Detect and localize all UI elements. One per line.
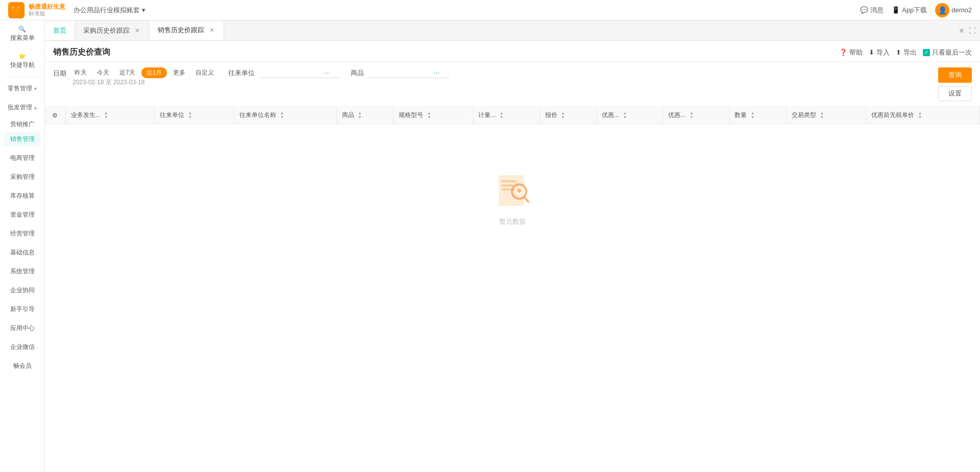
sidebar-item-basic-info[interactable]: 基础信息 xyxy=(0,243,44,262)
th-quantity-label: 数量 xyxy=(734,111,747,119)
app-selector[interactable]: 办公用品行业模拟账套 ▾ xyxy=(69,4,150,17)
tab-purchase-history[interactable]: 采购历史价跟踪 ✕ xyxy=(75,21,150,40)
tab-maximize-icon[interactable]: ⛶ xyxy=(969,27,976,35)
settings-gear-icon[interactable]: ⚙ xyxy=(52,112,58,119)
sidebar-item-operations[interactable]: 经营管理 xyxy=(0,224,44,243)
goods-input-field[interactable] xyxy=(370,69,431,77)
sidebar-item-system-mgmt[interactable]: 系统管理 xyxy=(0,262,44,281)
checkbox-checked-icon: ✓ xyxy=(923,49,930,56)
partner-input[interactable]: ··· xyxy=(259,67,340,78)
tab-sales-history[interactable]: 销售历史价跟踪 ✕ xyxy=(150,21,224,40)
th-biz-date[interactable]: 业务发生... ▲▼ xyxy=(65,107,155,124)
sidebar-label-wholesale-mgmt: 批发管理 xyxy=(8,103,32,112)
tab-sales-history-close[interactable]: ✕ xyxy=(208,26,215,35)
user-profile[interactable]: 👤 demo2 xyxy=(935,3,972,17)
top-bar-right: 💬 消息 📱 App下载 👤 demo2 xyxy=(860,3,972,17)
main-layout: 🔍 搜索菜单 ⭐ 快捷导航 零售管理 ▾ 批发管理 ▴ 营销推广 销售管理 电商… xyxy=(0,20,980,472)
th-pretax-price[interactable]: 优惠前无税单价 ▲▼ xyxy=(866,107,980,124)
partner-filter-group: 往来单位 ··· xyxy=(228,67,340,78)
date-btn-today[interactable]: 今天 xyxy=(93,67,113,78)
page-header-actions: ❓ 帮助 ⬇ 导入 ⬆ 导出 ✓ 只看最后一次 xyxy=(839,48,972,57)
tab-purchase-history-close[interactable]: ✕ xyxy=(134,26,141,35)
page-content: 销售历史价查询 ❓ 帮助 ⬇ 导入 ⬆ 导出 ✓ xyxy=(45,41,980,472)
goods-dots-button[interactable]: ··· xyxy=(433,68,439,77)
date-btn-7days[interactable]: 近7天 xyxy=(115,67,139,78)
import-label: 导入 xyxy=(876,48,890,57)
tab-home[interactable]: 首页 xyxy=(45,21,75,40)
sidebar-item-member[interactable]: 畅会员 xyxy=(0,357,44,375)
sidebar-label-finance: 资金管理 xyxy=(10,210,35,219)
sidebar-item-enterprise-wechat[interactable]: 企业微信 xyxy=(0,338,44,357)
sort-icon-goods: ▲▼ xyxy=(358,111,362,120)
th-spec[interactable]: 规格型号 ▲▼ xyxy=(394,107,473,124)
sort-icon-quote: ▲▼ xyxy=(561,111,565,120)
sidebar-label-ecommerce: 电商管理 xyxy=(10,154,35,162)
sidebar-item-beginner-guide[interactable]: 新手引导 xyxy=(0,300,44,319)
partner-label: 往来单位 xyxy=(228,68,255,78)
date-btn-more[interactable]: 更多 xyxy=(169,67,189,78)
th-unit-label: 计量... xyxy=(478,111,496,119)
sidebar-item-marketing[interactable]: 营销推广 xyxy=(4,117,40,132)
table-header: ⚙ 业务发生... ▲▼ 往来单位 ▲▼ 往来单位名称 xyxy=(45,107,980,124)
goods-input[interactable]: ··· xyxy=(368,67,450,78)
date-btn-custom[interactable]: 自定义 xyxy=(191,67,218,78)
sidebar-item-inventory[interactable]: 库存核算 xyxy=(0,186,44,205)
sidebar-label-retail-mgmt: 零售管理 xyxy=(8,84,32,93)
th-discount1[interactable]: 优惠... ▲▼ xyxy=(597,107,663,124)
date-btn-yesterday[interactable]: 昨天 xyxy=(70,67,91,78)
sort-icon-unit: ▲▼ xyxy=(500,111,504,120)
wholesale-sub-section: 营销推广 销售管理 xyxy=(0,117,44,149)
tab-purchase-history-label: 采购历史价跟踪 xyxy=(83,26,130,35)
th-trade-type[interactable]: 交易类型 ▲▼ xyxy=(787,107,866,124)
th-partner-name[interactable]: 往来单位名称 ▲▼ xyxy=(234,107,337,124)
avatar: 👤 xyxy=(935,3,949,17)
sidebar-item-retail-mgmt[interactable]: 零售管理 ▾ xyxy=(0,79,44,98)
th-pretax-price-label: 优惠前无税单价 xyxy=(871,111,914,119)
date-btn-1month[interactable]: 近1月 xyxy=(141,67,167,78)
page-header: 销售历史价查询 ❓ 帮助 ⬇ 导入 ⬆ 导出 ✓ xyxy=(45,41,980,62)
th-quote[interactable]: 报价 ▲▼ xyxy=(540,107,597,124)
query-button[interactable]: 查询 xyxy=(938,67,972,83)
sidebar-label-beginner-guide: 新手引导 xyxy=(10,305,35,314)
sidebar-item-quick-nav[interactable]: ⭐ 快捷导航 xyxy=(0,48,44,75)
chat-button[interactable]: 💬 消息 xyxy=(860,6,884,15)
settings-button[interactable]: 设置 xyxy=(938,86,972,101)
sidebar-label-purchase-mgmt: 采购管理 xyxy=(10,173,35,181)
help-icon: ❓ xyxy=(839,49,847,56)
help-button[interactable]: ❓ 帮助 xyxy=(839,48,863,57)
th-discount2[interactable]: 优惠... ▲▼ xyxy=(663,107,729,124)
tab-close-all-icon[interactable]: ✕ xyxy=(959,27,965,35)
export-label: 导出 xyxy=(903,48,917,57)
sidebar-label-member: 畅会员 xyxy=(13,362,32,370)
sidebar-label-app-center: 应用中心 xyxy=(10,324,35,333)
th-goods[interactable]: 商品 ▲▼ xyxy=(336,107,394,124)
th-unit[interactable]: 计量... ▲▼ xyxy=(473,107,540,124)
sidebar-divider-1 xyxy=(4,77,40,77)
tab-bar: 首页 采购历史价跟踪 ✕ 销售历史价跟踪 ✕ ✕ ⛶ xyxy=(45,20,980,41)
th-partner-code[interactable]: 往来单位 ▲▼ xyxy=(155,107,234,124)
user-name: demo2 xyxy=(951,6,972,14)
sidebar-item-enterprise-collab[interactable]: 企业协同 xyxy=(0,281,44,300)
sidebar-item-search-menu[interactable]: 🔍 搜索菜单 xyxy=(0,20,44,48)
partner-input-field[interactable] xyxy=(261,69,322,77)
sidebar-item-sales-mgmt[interactable]: 销售管理 xyxy=(4,132,40,147)
sidebar-item-ecommerce[interactable]: 电商管理 xyxy=(0,149,44,168)
sidebar-label-enterprise-collab: 企业协同 xyxy=(10,286,35,295)
date-options-col: 昨天 今天 近7天 近1月 更多 自定义 2023-02-18 至 2023-0… xyxy=(70,67,218,87)
th-spec-label: 规格型号 xyxy=(399,111,423,119)
sidebar-label-search-menu: 搜索菜单 xyxy=(10,34,35,42)
partner-dots-button[interactable]: ··· xyxy=(324,68,330,77)
sidebar-item-app-center[interactable]: 应用中心 xyxy=(0,319,44,338)
sidebar-item-purchase-mgmt[interactable]: 采购管理 xyxy=(0,168,44,186)
show-last-checkbox[interactable]: ✓ 只看最后一次 xyxy=(923,48,972,57)
app-download-button[interactable]: 📱 App下载 xyxy=(892,6,927,15)
export-button[interactable]: ⬆ 导出 xyxy=(896,48,917,57)
th-quote-label: 报价 xyxy=(545,111,557,119)
import-button[interactable]: ⬇ 导入 xyxy=(869,48,890,57)
sidebar-item-wholesale-mgmt[interactable]: 批发管理 ▴ xyxy=(0,98,44,117)
table-header-row: ⚙ 业务发生... ▲▼ 往来单位 ▲▼ 往来单位名称 xyxy=(45,107,980,124)
sidebar-item-finance[interactable]: 资金管理 xyxy=(0,205,44,224)
goods-filter-group: 商品 ··· xyxy=(351,67,450,78)
th-quantity[interactable]: 数量 ▲▼ xyxy=(729,107,787,124)
th-settings[interactable]: ⚙ xyxy=(45,107,65,124)
